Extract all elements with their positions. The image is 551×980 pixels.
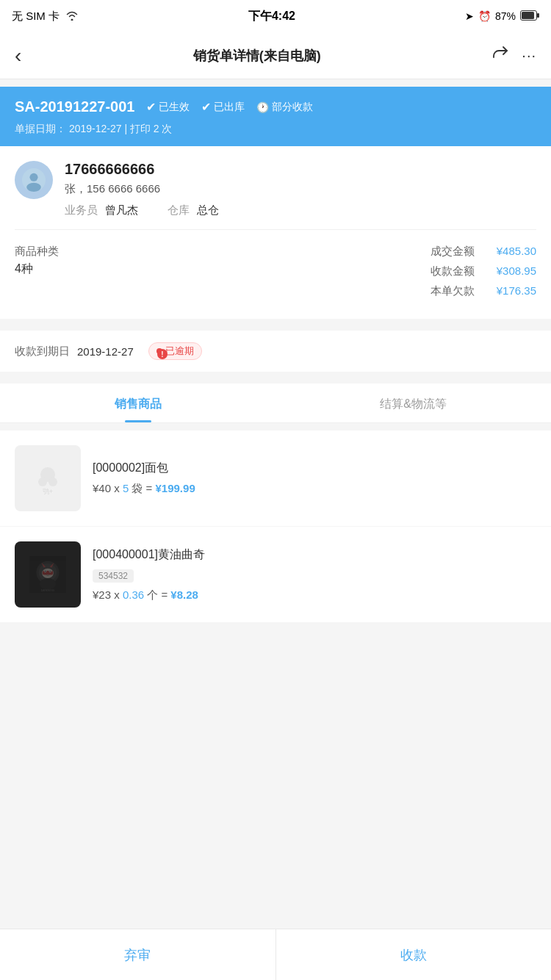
customer-section: 17666666666 张，156 6666 6666 业务员 曾凡杰 仓库 总… — [0, 146, 551, 319]
check-icon-1: ✔ — [146, 100, 156, 114]
svg-point-9 — [38, 478, 47, 486]
product-image-2: DARKNESS — [15, 541, 81, 608]
salesperson-info: 业务员 曾凡杰 — [65, 203, 138, 217]
svg-point-21 — [45, 571, 46, 572]
location-icon: ➤ — [465, 10, 474, 22]
product-tag-2: 534532 — [93, 569, 134, 583]
nav-bar: ‹ 销货单详情(来自电脑) ··· — [0, 32, 551, 79]
svg-point-4 — [29, 173, 37, 181]
cancel-button[interactable]: 弃审 — [0, 929, 276, 980]
order-header-banner: SA-20191227-001 ✔ 已生效 ✔ 已出库 🕐 部分收款 单据日期：… — [0, 87, 551, 146]
customer-id: 17666666666 — [65, 161, 536, 178]
products-section: 鸮+ [0000002]面包 ¥40 x 5 袋 = ¥199.99 — [0, 430, 551, 623]
product-name-1: [0000002]面包 — [93, 461, 536, 476]
product-item: DARKNESS [000400001]黄油曲奇 534532 ¥23 x 0.… — [0, 527, 551, 623]
product-image-1: 鸮+ — [15, 445, 81, 511]
received-amount-row: 收款金额 ¥308.95 — [431, 264, 536, 278]
tab-sales-products[interactable]: 销售商品 — [0, 383, 276, 422]
wifi-icon — [65, 10, 79, 23]
page-title: 销货单详情(来自电脑) — [193, 47, 321, 65]
product-types: 商品种类 4种 — [15, 245, 59, 277]
product-price-1: ¥40 x 5 袋 = ¥199.99 — [93, 482, 536, 496]
tabs: 销售商品 结算&物流等 — [0, 379, 551, 423]
tab-settlement[interactable]: 结算&物流等 — [276, 383, 551, 422]
product-info-2: [000400001]黄油曲奇 534532 ¥23 x 0.36 个 = ¥8… — [93, 547, 536, 602]
svg-rect-18 — [43, 571, 53, 575]
svg-text:鸮+: 鸮+ — [43, 488, 53, 495]
status-bar-time: 下午4:42 — [248, 9, 295, 24]
status-bar-right: ➤ ⏰ 87% — [465, 10, 539, 23]
carrier-text: 无 SIM 卡 — [12, 10, 60, 24]
more-icon[interactable]: ··· — [522, 47, 536, 64]
overdue-dot-icon: ! — [156, 348, 162, 354]
svg-text:DARKNESS: DARKNESS — [41, 589, 55, 592]
svg-rect-2 — [522, 12, 534, 19]
warehouse-info: 仓库 总仓 — [168, 203, 219, 217]
svg-point-10 — [48, 478, 57, 486]
svg-text:!: ! — [161, 350, 163, 359]
back-button[interactable]: ‹ — [15, 44, 21, 68]
order-id: SA-20191227-001 — [15, 98, 134, 115]
nav-actions: ··· — [492, 46, 536, 65]
check-icon-2: ✔ — [201, 100, 211, 114]
alarm-icon: ⏰ — [478, 10, 491, 22]
status-effected: ✔ 已生效 — [146, 100, 190, 114]
order-date-info: 单据日期： 2019-12-27 | 打印 2 次 — [15, 123, 536, 136]
bottom-bar: 弃审 收款 — [0, 929, 551, 980]
due-date-section: 收款到期日 2019-12-27 ! 已逾期 — [0, 326, 551, 372]
status-shipped: ✔ 已出库 — [201, 100, 245, 114]
product-item: 鸮+ [0000002]面包 ¥40 x 5 袋 = ¥199.99 — [0, 430, 551, 527]
confirm-payment-button[interactable]: 收款 — [276, 929, 552, 980]
deal-amount-row: 成交金额 ¥485.30 — [431, 245, 536, 259]
svg-point-5 — [26, 183, 41, 192]
customer-meta: 业务员 曾凡杰 仓库 总仓 — [65, 203, 536, 217]
clock-icon: 🕐 — [256, 101, 269, 113]
battery-text: 87% — [495, 10, 516, 22]
customer-name-phone: 张，156 6666 6666 — [65, 182, 536, 196]
amounts-section: 商品种类 4种 成交金额 ¥485.30 收款金额 ¥308.95 本单欠款 ¥… — [0, 230, 551, 319]
overdue-badge: ! 已逾期 — [148, 342, 202, 360]
product-price-2: ¥23 x 0.36 个 = ¥8.28 — [93, 588, 536, 602]
amounts-right: 成交金额 ¥485.30 收款金额 ¥308.95 本单欠款 ¥176.35 — [431, 245, 536, 304]
avatar — [15, 161, 53, 199]
svg-point-22 — [50, 571, 51, 572]
svg-point-23 — [40, 578, 56, 590]
share-icon[interactable] — [492, 46, 508, 65]
owed-amount-row: 本单欠款 ¥176.35 — [431, 284, 536, 298]
status-bar-left: 无 SIM 卡 — [12, 10, 79, 24]
status-bar: 无 SIM 卡 下午4:42 ➤ ⏰ 87% — [0, 0, 551, 32]
battery-icon — [520, 10, 539, 23]
product-name-2: [000400001]黄油曲奇 — [93, 547, 536, 563]
svg-rect-1 — [537, 13, 539, 18]
customer-info: 17666666666 张，156 6666 6666 业务员 曾凡杰 仓库 总… — [65, 161, 536, 217]
product-info-1: [0000002]面包 ¥40 x 5 袋 = ¥199.99 — [93, 461, 536, 496]
status-partial-payment: 🕐 部分收款 — [256, 101, 313, 114]
